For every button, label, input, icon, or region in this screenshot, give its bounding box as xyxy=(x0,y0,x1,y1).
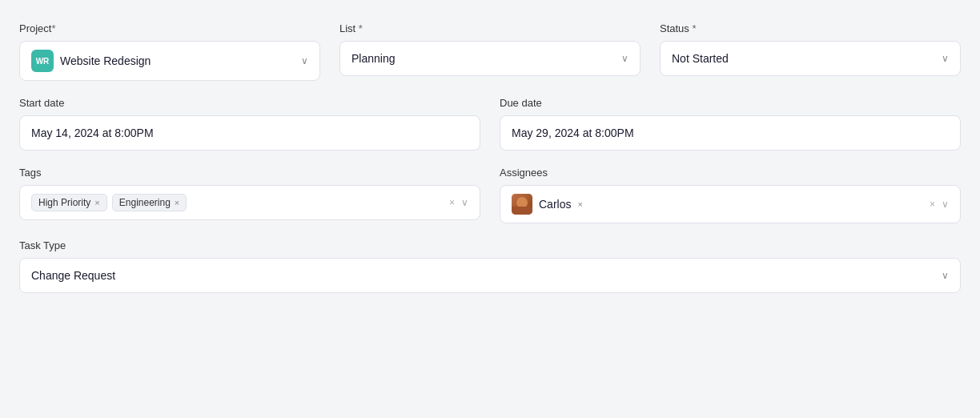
project-label: Project* xyxy=(19,22,320,34)
assignees-field: Assignees Carlos × × ∨ xyxy=(500,167,961,223)
assignees-select[interactable]: Carlos × × ∨ xyxy=(500,185,961,223)
tags-select[interactable]: High Priority × Engineering × × ∨ xyxy=(19,185,480,220)
assignee-carlos-name: Carlos xyxy=(539,198,571,211)
list-select[interactable]: Planning ∨ xyxy=(339,41,641,76)
assignee-avatar xyxy=(512,194,532,215)
status-label: Status * xyxy=(660,22,961,34)
assignees-chevron-icon[interactable]: ∨ xyxy=(942,199,949,210)
task-type-label: Task Type xyxy=(19,239,961,251)
task-type-field: Task Type Change Request ∨ xyxy=(19,239,961,293)
tag-items-container: High Priority × Engineering × xyxy=(31,194,187,211)
tags-label: Tags xyxy=(19,167,480,179)
start-date-field: Start date May 14, 2024 at 8:00PM xyxy=(19,97,480,151)
task-type-select[interactable]: Change Request ∨ xyxy=(19,258,961,293)
start-date-input[interactable]: May 14, 2024 at 8:00PM xyxy=(19,115,480,151)
chevron-down-icon: ∨ xyxy=(621,53,629,64)
due-date-input[interactable]: May 29, 2024 at 8:00PM xyxy=(500,115,961,151)
list-label: List * xyxy=(339,22,641,34)
list-field: List * Planning ∨ xyxy=(339,22,641,81)
status-value: Not Started xyxy=(672,52,729,65)
status-select[interactable]: Not Started ∨ xyxy=(660,41,961,76)
start-date-label: Start date xyxy=(19,97,480,109)
project-icon: WR xyxy=(31,50,54,72)
tags-controls: × ∨ xyxy=(449,197,468,208)
due-date-label: Due date xyxy=(500,97,961,109)
tags-field: Tags High Priority × Engineering × × ∨ xyxy=(19,167,480,223)
tag-high-priority-remove[interactable]: × xyxy=(94,198,99,207)
assignees-controls: × ∨ xyxy=(930,199,949,210)
tag-engineering: Engineering × xyxy=(112,194,187,211)
tag-engineering-remove[interactable]: × xyxy=(175,198,179,207)
chevron-down-icon: ∨ xyxy=(942,270,949,281)
assignees-label: Assignees xyxy=(500,167,961,179)
due-date-field: Due date May 29, 2024 at 8:00PM xyxy=(500,97,961,151)
status-field: Status * Not Started ∨ xyxy=(660,22,961,81)
avatar-image xyxy=(512,194,532,215)
project-field: Project* WR Website Redesign ∨ xyxy=(19,22,320,81)
assignees-clear-icon[interactable]: × xyxy=(930,199,935,210)
project-value: Website Redesign xyxy=(60,54,151,67)
chevron-down-icon: ∨ xyxy=(301,55,308,66)
chevron-down-icon: ∨ xyxy=(942,53,949,64)
tag-high-priority: High Priority × xyxy=(31,194,107,211)
tags-chevron-icon[interactable]: ∨ xyxy=(461,197,468,208)
project-select[interactable]: WR Website Redesign ∨ xyxy=(19,41,320,81)
due-date-value: May 29, 2024 at 8:00PM xyxy=(512,127,634,139)
start-date-value: May 14, 2024 at 8:00PM xyxy=(31,127,154,139)
tag-high-priority-label: High Priority xyxy=(38,197,90,208)
tags-clear-icon[interactable]: × xyxy=(449,197,455,208)
list-value: Planning xyxy=(351,52,396,65)
task-type-value: Change Request xyxy=(31,269,115,282)
tag-engineering-label: Engineering xyxy=(119,197,171,208)
assignee-items-container: Carlos × xyxy=(512,194,923,215)
assignee-carlos-remove[interactable]: × xyxy=(577,199,582,209)
